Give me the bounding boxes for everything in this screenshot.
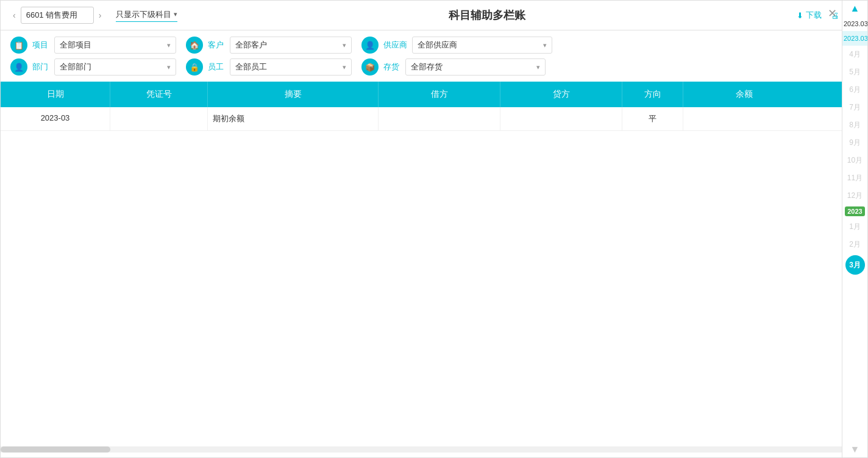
col-date: 日期: [1, 82, 110, 107]
employee-label: 员工: [208, 62, 225, 72]
nav-prev-button[interactable]: ‹: [10, 9, 18, 21]
supplier-dropdown-icon: ▾: [543, 41, 547, 49]
department-icon: 👤: [10, 58, 27, 76]
right-sidebar: ▲ 2023.03 2023.03 4月 5月 6月 7月 8月 9月 10月 …: [842, 1, 867, 457]
project-label: 项目: [32, 40, 49, 51]
employee-value: 全部员工: [235, 62, 267, 72]
inventory-dropdown-icon: ▾: [536, 63, 540, 71]
department-select[interactable]: 全部部门 ▾: [54, 58, 176, 76]
sidebar-scroll-up[interactable]: ▲: [848, 1, 863, 16]
employee-select[interactable]: 全部员工 ▾: [230, 58, 352, 76]
customer-value: 全部客户: [235, 40, 267, 51]
filter-row-2: 👤 部门 全部部门 ▾ 🔒 员工 全部员工 ▾: [10, 58, 858, 76]
inventory-value: 全部存货: [411, 62, 443, 72]
supplier-filter: 👤 供应商 全部供应商 ▾: [361, 37, 552, 54]
sidebar-item-5[interactable]: 5月: [842, 63, 867, 81]
department-label: 部门: [32, 62, 49, 72]
sidebar-item-12[interactable]: 12月: [842, 187, 867, 205]
sidebar-item-2023-03-1[interactable]: 2023.03: [842, 16, 867, 31]
main-window: ✕ ‹ 6601 销售费用 › 只显示下级科目 ▾ 科目辅助多栏账 ⬇ 下载 �: [0, 0, 868, 458]
cell-credit: [500, 107, 622, 130]
cell-summary: 期初余额: [208, 107, 379, 130]
table-area: 日期 凭证号 摘要 借方 贷方 方向 余额 2023-03 期初余额 平: [1, 82, 867, 457]
department-filter: 👤 部门 全部部门 ▾: [10, 58, 176, 76]
sidebar-item-2023-03-2[interactable]: 2023.03: [842, 31, 867, 46]
project-filter: 📋 项目 全部项目 ▾: [10, 37, 176, 54]
cell-balance: [683, 107, 805, 130]
customer-label: 客户: [208, 40, 225, 51]
supplier-icon: 👤: [361, 37, 379, 54]
employee-dropdown-icon: ▾: [343, 63, 346, 71]
filter-area: 📋 项目 全部项目 ▾ 🏠 客户 全部客户 ▾: [1, 30, 867, 82]
col-debit: 借方: [379, 82, 500, 107]
supplier-select[interactable]: 全部供应商 ▾: [412, 37, 552, 54]
project-value: 全部项目: [60, 40, 91, 51]
col-voucher: 凭证号: [110, 82, 208, 107]
download-label: 下载: [806, 10, 822, 21]
project-dropdown-icon: ▾: [167, 41, 171, 49]
inventory-select[interactable]: 全部存货 ▾: [405, 58, 546, 76]
customer-icon: 🏠: [186, 37, 203, 54]
sidebar-item-4[interactable]: 4月: [842, 46, 867, 63]
employee-icon: 🔒: [186, 58, 203, 76]
sidebar-item-mar-selected[interactable]: 3月: [845, 255, 865, 275]
header: ‹ 6601 销售费用 › 只显示下级科目 ▾ 科目辅助多栏账 ⬇ 下载 🖨 打…: [1, 1, 867, 30]
inventory-filter: 📦 存货 全部存货 ▾: [361, 58, 546, 76]
table-header: 日期 凭证号 摘要 借方 贷方 方向 余额: [1, 82, 867, 107]
page-title: 科目辅助多栏账: [177, 8, 797, 23]
inventory-label: 存货: [383, 62, 400, 72]
horizontal-scrollbar-thumb[interactable]: [1, 446, 110, 453]
filter-row-1: 📋 项目 全部项目 ▾ 🏠 客户 全部客户 ▾: [10, 37, 858, 54]
sidebar-item-jan[interactable]: 1月: [842, 218, 867, 236]
cell-debit: [379, 107, 500, 130]
download-button[interactable]: ⬇ 下载: [797, 10, 822, 21]
customer-dropdown-icon: ▾: [343, 41, 346, 49]
table-row: 2023-03 期初余额 平: [1, 107, 867, 131]
department-dropdown-icon: ▾: [167, 63, 171, 71]
download-icon: ⬇: [797, 11, 803, 20]
project-icon: 📋: [10, 37, 27, 54]
inventory-icon: 📦: [361, 58, 379, 76]
sidebar-year-badge-2023[interactable]: 2023: [845, 206, 864, 216]
sidebar-item-6[interactable]: 6月: [842, 81, 867, 99]
col-summary: 摘要: [208, 82, 379, 107]
account-code-input[interactable]: 6601 销售费用: [21, 7, 94, 24]
cell-date: 2023-03: [1, 107, 110, 130]
sidebar-item-feb[interactable]: 2月: [842, 236, 867, 253]
cell-voucher: [110, 107, 208, 130]
nav-left: ‹ 6601 销售费用 › 只显示下级科目 ▾: [10, 7, 177, 24]
cell-direction: 平: [622, 107, 683, 130]
nav-next-button[interactable]: ›: [96, 9, 104, 21]
show-sub-label: 只显示下级科目: [116, 9, 171, 20]
supplier-value: 全部供应商: [418, 40, 457, 51]
department-value: 全部部门: [60, 62, 91, 72]
show-sub-toggle[interactable]: 只显示下级科目 ▾: [116, 9, 177, 22]
col-direction: 方向: [622, 82, 683, 107]
close-button[interactable]: ✕: [828, 7, 837, 20]
col-balance: 余额: [683, 82, 805, 107]
customer-select[interactable]: 全部客户 ▾: [230, 37, 352, 54]
sidebar-scroll-down[interactable]: ▼: [848, 442, 863, 457]
sidebar-item-8[interactable]: 8月: [842, 116, 867, 134]
employee-filter: 🔒 员工 全部员工 ▾: [186, 58, 352, 76]
table-body: 2023-03 期初余额 平: [1, 107, 867, 131]
project-select[interactable]: 全部项目 ▾: [54, 37, 176, 54]
sidebar-item-10[interactable]: 10月: [842, 152, 867, 169]
sidebar-item-11[interactable]: 11月: [842, 169, 867, 187]
sidebar-item-7[interactable]: 7月: [842, 99, 867, 116]
customer-filter: 🏠 客户 全部客户 ▾: [186, 37, 352, 54]
sidebar-item-9[interactable]: 9月: [842, 134, 867, 152]
col-credit: 贷方: [500, 82, 622, 107]
supplier-label: 供应商: [383, 40, 407, 51]
horizontal-scrollbar-track[interactable]: [1, 446, 842, 453]
